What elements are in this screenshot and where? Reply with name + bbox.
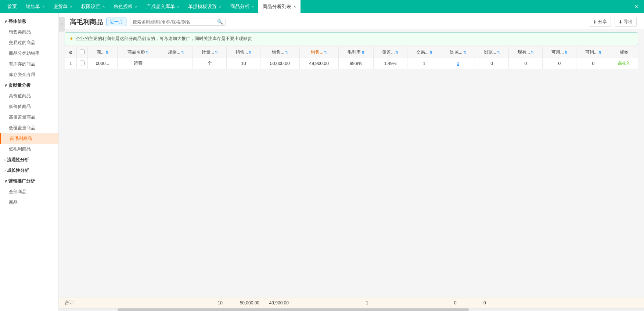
nav-purchase[interactable]: 进货单 × xyxy=(49,0,76,13)
footer-spacer-3 xyxy=(102,300,125,305)
sidebar-group-liquidity[interactable]: › 流通性分析 xyxy=(0,155,58,165)
footer-spacer-2 xyxy=(94,300,102,305)
export-icon: ⬇ xyxy=(619,19,622,25)
footer-cells: 10 50,000.00 49,900.00 1 0 0 xyxy=(82,300,499,305)
sidebar-item-low-coverage[interactable]: 低覆盖量商品 xyxy=(0,123,58,133)
close-product-analysis-tab[interactable]: × xyxy=(252,4,254,9)
sidebar-item-category-rate[interactable]: 商品分类助销率 xyxy=(0,48,58,59)
nav-analysis-list[interactable]: 商品分析列表 × xyxy=(258,0,300,13)
info-banner: ✦ 企业的主要的利润都是这部分商品创造的，可考虑加大推广，同时关注库存是不要出现… xyxy=(65,32,638,45)
footer-spacer-1 xyxy=(82,300,94,305)
product-table: ⚙ 商...⇅ 商品名称⇅ 规格...⇅ 计量...⇅ 销售...⇅ 销售...… xyxy=(65,47,638,69)
footer-sales3: 49,900.00 xyxy=(264,300,294,305)
th-unit[interactable]: 计量...⇅ xyxy=(193,47,227,58)
sidebar-item-low-margin[interactable]: 低毛利商品 xyxy=(0,144,58,155)
horizontal-scrollbar[interactable] xyxy=(59,308,644,311)
th-tag: 标签 xyxy=(610,47,638,58)
row-checkbox[interactable] xyxy=(77,58,88,69)
row-transactions: 1 xyxy=(407,58,441,69)
nav-template-settings[interactable]: 单据模板设置 × xyxy=(184,0,226,13)
footer-spacer-6 xyxy=(183,300,205,305)
th-sales2[interactable]: 销售...⇅ xyxy=(260,47,299,58)
th-coverage[interactable]: 覆盖...⇅ xyxy=(373,47,407,58)
nav-home[interactable]: 首页 xyxy=(3,0,21,13)
footer-spacer-5 xyxy=(161,300,183,305)
arrow-icon-3: › xyxy=(4,158,6,162)
sidebar-group-contribution[interactable]: ∨ 贡献量分析 xyxy=(0,80,58,91)
th-code[interactable]: 商...⇅ xyxy=(88,47,118,58)
footer-sales1: 10 xyxy=(205,300,235,305)
th-browse1[interactable]: 浏览...⇅ xyxy=(441,47,475,58)
sidebar-item-stock-capital[interactable]: 库存资金占用 xyxy=(0,69,58,80)
product-table-wrapper: ⚙ 商...⇅ 商品名称⇅ 规格...⇅ 计量...⇅ 销售...⇅ 销售...… xyxy=(65,47,638,297)
close-analysis-list-tab[interactable]: × xyxy=(294,4,296,9)
row-code: 0000... xyxy=(88,58,118,69)
sidebar-item-in-stock[interactable]: 有库存的商品 xyxy=(0,59,58,69)
export-button[interactable]: ⬇ 导出 xyxy=(615,17,637,27)
th-name[interactable]: 商品名称⇅ xyxy=(118,47,159,58)
sidebar-group-marketing[interactable]: ∨ 营销推广分析 xyxy=(0,176,58,187)
sidebar-item-high-coverage[interactable]: 高覆盖量商品 xyxy=(0,112,58,123)
th-saleable[interactable]: 可销...⇅ xyxy=(576,47,610,58)
nav-product-analysis[interactable]: 商品分析 × xyxy=(226,0,258,13)
arrow-icon-5: ∨ xyxy=(4,179,7,183)
th-browse2[interactable]: 浏览...⇅ xyxy=(475,47,509,58)
sidebar-item-low-value[interactable]: 低价值商品 xyxy=(0,101,58,112)
sidebar-group-overall[interactable]: ∨ 整体信息 xyxy=(0,16,58,27)
th-current[interactable]: 现有...⇅ xyxy=(509,47,543,58)
table-row: 1 0000... 运费 个 10 50,000.00 49,900.00 99… xyxy=(65,58,638,69)
footer-current: 0 xyxy=(440,300,470,305)
th-sales3[interactable]: 销售...⇅ xyxy=(299,47,338,58)
footer-spacer-7 xyxy=(294,300,323,305)
nav-finished-goods[interactable]: 产成品入库单 × xyxy=(142,0,184,13)
sidebar: ∨ 整体信息 销售类商品 交易过的商品 商品分类助销率 有库存的商品 库存资金占… xyxy=(0,13,59,311)
sidebar-item-new-products[interactable]: 新品 xyxy=(0,197,58,208)
footer-transactions: 1 xyxy=(352,300,382,305)
close-roles-tab[interactable]: × xyxy=(135,4,137,9)
close-sales-tab[interactable]: × xyxy=(42,4,44,9)
close-permissions-tab[interactable]: × xyxy=(102,4,105,9)
th-gross-rate[interactable]: 毛利率⇅ xyxy=(338,47,373,58)
row-spec xyxy=(159,58,193,69)
th-checkbox[interactable] xyxy=(77,47,88,58)
nav-roles[interactable]: 角色授权 × xyxy=(109,0,141,13)
sidebar-item-high-margin[interactable]: 高毛利商品 xyxy=(0,133,58,144)
close-template-tab[interactable]: × xyxy=(219,4,221,9)
th-available[interactable]: 可用...⇅ xyxy=(543,47,576,58)
sidebar-item-all-products[interactable]: 全部商品 xyxy=(0,187,58,197)
row-name: 运费 xyxy=(118,58,159,69)
share-icon: ⬆ xyxy=(593,19,597,25)
row-browse1[interactable]: 0 xyxy=(441,58,475,69)
share-button[interactable]: ⬆ 分享 xyxy=(589,17,611,27)
content-area: « 高毛利商品 近一月 🔍 ⬆ 分享 ⬇ 导出 xyxy=(59,13,644,311)
sidebar-item-traded-products[interactable]: 交易过的商品 xyxy=(0,37,58,48)
info-icon: ✦ xyxy=(69,36,73,41)
search-icon: 🔍 xyxy=(217,19,223,25)
sidebar-item-high-value[interactable]: 高价值商品 xyxy=(0,91,58,101)
th-settings[interactable]: ⚙ xyxy=(65,47,77,58)
row-gross-rate: 99.8% xyxy=(338,58,373,69)
footer-sales2: 50,000.00 xyxy=(235,300,264,305)
total-label: 合计: xyxy=(65,300,75,306)
sidebar-group-growth[interactable]: › 成长性分析 xyxy=(0,165,58,176)
search-input[interactable] xyxy=(133,19,217,25)
footer-spacer-8 xyxy=(323,300,352,305)
th-sales1[interactable]: 销售...⇅ xyxy=(227,47,260,58)
close-all-button[interactable]: × xyxy=(632,3,641,10)
select-all-checkbox[interactable] xyxy=(80,50,84,54)
content-header: 高毛利商品 近一月 🔍 ⬆ 分享 ⬇ 导出 xyxy=(59,13,644,29)
sidebar-collapse-button[interactable]: « xyxy=(59,17,65,32)
filter-recent-month-button[interactable]: 近一月 xyxy=(107,18,126,26)
close-finished-goods-tab[interactable]: × xyxy=(177,4,179,9)
close-purchase-tab[interactable]: × xyxy=(70,4,72,9)
scrollbar-thumb[interactable] xyxy=(118,308,469,311)
footer-total-row: 合计: 10 50,000.00 49,900.00 1 xyxy=(59,297,644,308)
nav-sales[interactable]: 销售单 × xyxy=(21,0,49,13)
row-select-checkbox[interactable] xyxy=(80,61,84,65)
row-unit: 个 xyxy=(193,58,227,69)
th-spec[interactable]: 规格...⇅ xyxy=(159,47,193,58)
row-current: 0 xyxy=(509,58,543,69)
nav-permissions[interactable]: 权限设置 × xyxy=(77,0,109,13)
th-transactions[interactable]: 交易...⇅ xyxy=(407,47,441,58)
sidebar-item-sales-products[interactable]: 销售类商品 xyxy=(0,27,58,37)
